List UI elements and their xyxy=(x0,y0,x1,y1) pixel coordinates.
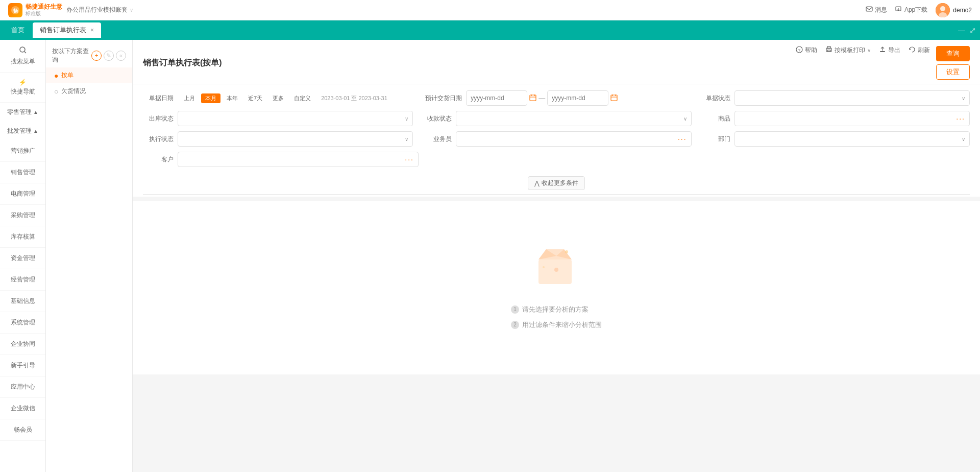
top-header-right: 消息 App下载 demo2 xyxy=(866,3,972,17)
export-button[interactable]: 导出 xyxy=(879,46,900,55)
expected-date-to[interactable] xyxy=(547,90,608,106)
customer-group: 客户 ··· xyxy=(143,152,419,167)
collapse-up-icon: ⋀ xyxy=(534,180,540,187)
edit-icon: ✎ xyxy=(106,52,111,59)
scheme-item-欠货[interactable]: ○ 欠货情况 xyxy=(46,83,132,99)
tab-minimize-button[interactable]: — xyxy=(958,26,965,34)
sidebar-item-basic[interactable]: 基础信息 xyxy=(0,291,45,312)
tab-home[interactable]: 首页 xyxy=(4,22,32,38)
scheme-item-label: 按单 xyxy=(61,71,74,80)
left-panel: 按以下方案查询 + ✎ « ● 按单 ○ 欠货情况 xyxy=(46,40,133,472)
sidebar-item-wholesale[interactable]: 批发管理 ▲ xyxy=(0,122,45,140)
add-scheme-button[interactable]: + xyxy=(91,51,102,61)
sidebar-operations-label: 经营管理 xyxy=(11,275,35,284)
empty-tip-1: 1 请先选择要分析的方案 xyxy=(511,303,602,316)
scheme-item-按单[interactable]: ● 按单 xyxy=(46,67,132,83)
collection-status-dropdown[interactable]: ∨ xyxy=(456,111,691,126)
execution-status-label: 执行状态 xyxy=(143,135,174,144)
customer-label: 客户 xyxy=(143,155,174,164)
sidebar-item-operations[interactable]: 经营管理 xyxy=(0,269,45,291)
page-header: 销售订单执行表(按单) ? 帮助 按模板打印 ∨ xyxy=(133,40,980,84)
svg-rect-13 xyxy=(827,46,830,49)
sidebar-item-member[interactable]: 畅会员 xyxy=(0,419,45,441)
sidebar-item-system[interactable]: 系统管理 xyxy=(0,312,45,334)
expected-date-group: 预计交货日期 — xyxy=(421,90,691,106)
date-filter-label: 单据日期 xyxy=(143,94,174,103)
app-download-label: App下载 xyxy=(904,6,927,14)
export-label: 导出 xyxy=(888,46,900,55)
settings-button[interactable]: 设置 xyxy=(936,64,970,80)
salesperson-selector[interactable]: ··· xyxy=(456,131,691,147)
message-button[interactable]: 消息 xyxy=(866,6,887,14)
tip1-num: 1 xyxy=(511,305,519,314)
tab-close-button[interactable]: × xyxy=(90,27,94,34)
svg-line-9 xyxy=(24,52,26,53)
delivery-status-dropdown[interactable]: ∨ xyxy=(178,111,413,126)
collapse-panel-button[interactable]: « xyxy=(116,51,126,61)
date-btn-last-month[interactable]: 上月 xyxy=(180,93,199,103)
date-btn-custom[interactable]: 自定义 xyxy=(290,93,315,103)
help-icon: ? xyxy=(796,46,803,55)
tab-sales-order-label: 销售订单执行表 xyxy=(40,26,86,35)
salesperson-dots-icon[interactable]: ··· xyxy=(678,135,687,143)
edit-scheme-button[interactable]: ✎ xyxy=(104,51,114,61)
svg-rect-25 xyxy=(538,259,572,284)
date-separator: — xyxy=(538,95,545,102)
goods-dots-icon[interactable]: ··· xyxy=(956,114,965,123)
salesperson-group: 业务员 ··· xyxy=(421,131,691,147)
tab-sales-order[interactable]: 销售订单执行表 × xyxy=(33,22,101,38)
scheme-item-label-2: 欠货情况 xyxy=(61,87,86,96)
customer-selector[interactable]: ··· xyxy=(178,152,419,167)
app-download-button[interactable]: App下载 xyxy=(895,6,927,14)
sidebar-item-sales[interactable]: 销售管理 xyxy=(0,162,45,183)
logo-line1: 畅捷通好生意 xyxy=(26,3,62,10)
svg-rect-2 xyxy=(866,7,872,11)
sidebar-quicknav-label: 快捷导航 xyxy=(11,87,35,96)
date-btn-7days[interactable]: 近7天 xyxy=(244,93,266,103)
help-button[interactable]: ? 帮助 xyxy=(796,46,817,55)
expected-date-label: 预计交货日期 xyxy=(421,94,462,103)
calendar-to-icon[interactable] xyxy=(610,94,618,103)
sidebar-item-enterprise[interactable]: 企业协同 xyxy=(0,334,45,355)
customer-dots-icon[interactable]: ··· xyxy=(405,155,414,163)
tab-maximize-button[interactable]: ⤢ xyxy=(969,26,976,35)
sidebar-item-appcenter[interactable]: 应用中心 xyxy=(0,376,45,398)
sidebar-item-marketing[interactable]: 营销推广 xyxy=(0,140,45,162)
query-button[interactable]: 查询 xyxy=(936,46,970,61)
sidebar-item-guide[interactable]: 新手引导 xyxy=(0,355,45,376)
date-btn-this-year[interactable]: 本年 xyxy=(223,93,242,103)
refresh-icon xyxy=(909,46,916,55)
print-button[interactable]: 按模板打印 ∨ xyxy=(825,46,871,55)
svg-text:畅: 畅 xyxy=(13,8,18,13)
sidebar-basic-label: 基础信息 xyxy=(11,297,35,305)
collapse-filters-button[interactable]: ⋀ 收起更多条件 xyxy=(528,176,585,190)
department-dropdown[interactable]: ∨ xyxy=(734,131,970,147)
collection-status-label: 收款状态 xyxy=(421,114,452,123)
main-layout: 搜索菜单 ⚡ 快捷导航 零售管理 ▲ 批发管理 ▲ 营销推广 销售管理 电商管理… xyxy=(0,40,980,472)
expected-date-from[interactable] xyxy=(466,90,527,106)
sidebar-item-quicknav[interactable]: ⚡ 快捷导航 xyxy=(0,73,45,103)
sidebar-wechat-label: 企业微信 xyxy=(11,404,35,413)
scheme-radio-icon: ○ xyxy=(54,87,58,96)
print-icon xyxy=(825,46,832,55)
logo-line2: 标准版 xyxy=(26,11,62,17)
content-area: 销售订单执行表(按单) ? 帮助 按模板打印 ∨ xyxy=(133,40,980,472)
user-profile[interactable]: demo2 xyxy=(936,3,972,17)
refresh-button[interactable]: 刷新 xyxy=(909,46,930,55)
sidebar-system-label: 系统管理 xyxy=(11,318,35,327)
sidebar-item-inventory[interactable]: 库存核算 xyxy=(0,226,45,248)
execution-status-dropdown[interactable]: ∨ xyxy=(178,131,413,147)
date-btn-more[interactable]: 更多 xyxy=(268,93,288,103)
order-status-dropdown[interactable]: ∨ xyxy=(734,90,970,106)
calendar-from-icon[interactable] xyxy=(529,94,536,103)
goods-selector[interactable]: ··· xyxy=(734,111,970,126)
retail-arrow-icon: ▲ xyxy=(33,109,38,115)
sidebar-item-retail[interactable]: 零售管理 ▲ xyxy=(0,103,45,122)
sidebar-item-ecommerce[interactable]: 电商管理 xyxy=(0,183,45,205)
sidebar-item-search[interactable]: 搜索菜单 xyxy=(0,40,45,73)
breadcrumb[interactable]: 办公用品行业模拟账套 ∨ xyxy=(66,6,133,14)
sidebar-item-purchase[interactable]: 采购管理 xyxy=(0,205,45,226)
sidebar-item-finance[interactable]: 资金管理 xyxy=(0,248,45,269)
sidebar-item-wechat[interactable]: 企业微信 xyxy=(0,398,45,419)
date-btn-this-month[interactable]: 本月 xyxy=(201,93,220,103)
